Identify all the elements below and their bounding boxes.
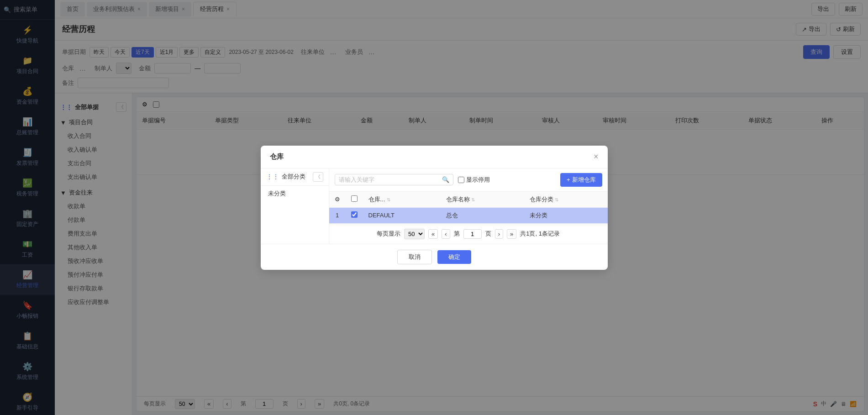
modal-prev-page[interactable]: ‹: [442, 229, 450, 239]
modal-search-icon: 🔍: [442, 176, 449, 183]
modal-body: ⋮⋮ 全部分类 《 未分类 🔍: [261, 168, 608, 244]
modal-category-unclassified[interactable]: 未分类: [261, 186, 329, 201]
warehouse-modal: 仓库 × ⋮⋮ 全部分类 《 未分类: [261, 146, 608, 270]
show-disabled-checkbox[interactable]: [458, 177, 464, 183]
row-name: 总仓: [441, 207, 524, 223]
modal-select-all[interactable]: [351, 195, 358, 202]
table-row[interactable]: 1 DEFAULT 总仓 未分类: [329, 207, 608, 223]
modal-col-code-label: 仓库...: [368, 196, 385, 203]
unclassified-label: 未分类: [268, 189, 286, 198]
modal-table-container: ⚙ 仓库... ⇅ 仓库名称 ⇅: [329, 192, 608, 224]
modal-page-text: 第: [454, 230, 460, 238]
modal-footer: 取消 确定: [261, 244, 608, 270]
modal-next-page[interactable]: ›: [495, 229, 503, 239]
modal-header: 仓库 ×: [261, 146, 608, 168]
modal-toolbar: 🔍 显示停用 + 新增仓库: [329, 168, 608, 192]
modal-col-category: 仓库分类 ⇅: [524, 192, 608, 208]
row-check: [346, 207, 363, 223]
modal-pagination: 每页显示 50 « ‹ 第 页 › » 共1页, 1条记录: [329, 224, 608, 244]
modal-title: 仓库: [270, 152, 284, 161]
modal-main: 🔍 显示停用 + 新增仓库: [329, 168, 608, 244]
confirm-button[interactable]: 确定: [437, 250, 471, 264]
category-label: 全部分类: [282, 173, 305, 181]
modal-col-name: 仓库名称 ⇅: [441, 192, 524, 208]
add-warehouse-button[interactable]: + 新增仓库: [560, 173, 602, 187]
modal-col-code: 仓库... ⇅: [363, 192, 441, 208]
modal-total-info: 共1页, 1条记录: [520, 230, 560, 238]
modal-col-code-sort[interactable]: ⇅: [387, 197, 390, 202]
modal-sidebar-scroll: 未分类: [261, 186, 329, 244]
modal-overlay: 仓库 × ⋮⋮ 全部分类 《 未分类: [0, 0, 868, 415]
category-grid-icon: ⋮⋮: [266, 173, 279, 180]
modal-col-category-label: 仓库分类: [530, 196, 553, 203]
modal-search-box: 🔍: [335, 174, 453, 185]
modal-first-page[interactable]: «: [428, 229, 438, 239]
modal-col-category-sort[interactable]: ⇅: [555, 197, 558, 202]
show-disabled-text: 显示停用: [466, 176, 490, 184]
modal-page-size-label: 每页显示: [377, 230, 400, 238]
modal-collapse-btn[interactable]: 《: [313, 172, 323, 182]
cancel-button[interactable]: 取消: [397, 250, 432, 264]
modal-warehouse-table: ⚙ 仓库... ⇅ 仓库名称 ⇅: [329, 192, 608, 224]
modal-page-label: 页: [485, 230, 491, 238]
modal-page-size-select[interactable]: 50: [404, 229, 425, 239]
modal-last-page[interactable]: »: [507, 229, 516, 239]
add-label: 新增仓库: [572, 176, 596, 184]
row-gear: 1: [329, 207, 346, 223]
row-checkbox[interactable]: [351, 211, 358, 218]
modal-col-gear: ⚙: [329, 192, 346, 208]
show-disabled-label[interactable]: 显示停用: [458, 176, 490, 184]
modal-page-input[interactable]: [463, 229, 482, 239]
modal-col-check: [346, 192, 363, 208]
modal-search-input[interactable]: [339, 176, 439, 183]
category-header: ⋮⋮ 全部分类 《: [261, 168, 329, 186]
modal-close-button[interactable]: ×: [594, 152, 599, 162]
modal-col-name-label: 仓库名称: [446, 196, 470, 203]
row-category: 未分类: [524, 207, 608, 223]
modal-left-panel: ⋮⋮ 全部分类 《 未分类: [261, 168, 329, 244]
modal-col-name-sort[interactable]: ⇅: [471, 197, 475, 202]
row-code: DEFAULT: [363, 207, 441, 223]
add-icon: +: [567, 176, 570, 183]
